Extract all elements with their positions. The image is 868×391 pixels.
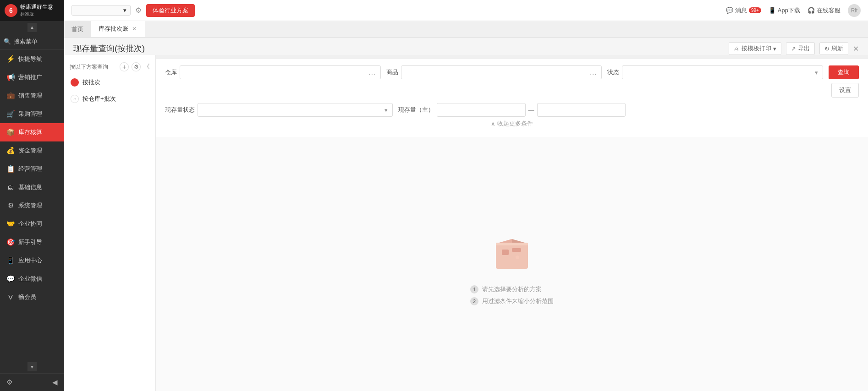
tip-number-2: 2 xyxy=(470,297,478,305)
quick-nav-icon: ⚡ xyxy=(6,55,15,63)
scheme-item-by-batch[interactable]: ⊙ 按批次 xyxy=(64,74,155,91)
inventory-qty-field: 现存量（主） — xyxy=(398,103,626,117)
product-dots[interactable]: … xyxy=(589,68,597,76)
inventory-qty-dash: — xyxy=(528,107,534,114)
scheme-header-title: 按以下方案查询 xyxy=(70,63,108,71)
topbar-right: 💬 消息 99+ 📱 App下载 🎧 在线客服 Rit xyxy=(726,4,861,17)
svg-rect-0 xyxy=(496,244,528,269)
user-avatar-button[interactable]: Rit xyxy=(848,4,861,17)
inventory-qty-label: 现存量（主） xyxy=(398,106,434,114)
export-icon: ↗ xyxy=(791,45,796,52)
svg-point-4 xyxy=(516,255,519,259)
product-input[interactable]: … xyxy=(401,65,602,79)
page-title: 现存量查询(按批次) xyxy=(73,43,145,54)
sidebar-item-enterprise[interactable]: 🤝 企业协同 xyxy=(0,215,64,233)
scheme-collapse-button[interactable]: 《 xyxy=(143,63,150,71)
sidebar-item-marketing[interactable]: 📢 营销推广 xyxy=(0,68,64,87)
online-service-button[interactable]: 🎧 在线客服 xyxy=(808,6,841,15)
scheme-add-button[interactable]: + xyxy=(120,62,129,71)
sidebar-nav: ⚡ 快捷导航 📢 营销推广 💼 销售管理 🛒 采购管理 📦 库存核算 💰 xyxy=(0,50,64,360)
inventory-status-label: 现存量状态 xyxy=(165,106,195,114)
industry-solution-button[interactable]: 体验行业方案 xyxy=(146,4,195,17)
sidebar-scroll-up[interactable]: ▲ xyxy=(0,21,64,34)
scheme-active-icon: ⊙ xyxy=(71,78,79,87)
empty-tip-1: 1 请先选择要分析的方案 xyxy=(470,285,554,293)
sidebar-item-label: 营销推广 xyxy=(18,73,42,81)
enterprise-icon: 🤝 xyxy=(6,220,15,228)
sidebar-item-vip[interactable]: V 畅会员 xyxy=(0,288,64,306)
topbar-gear-icon[interactable]: ⚙ xyxy=(135,6,142,15)
export-button[interactable]: ↗ 导出 xyxy=(786,42,815,55)
warehouse-dots[interactable]: … xyxy=(368,68,376,76)
sidebar-item-label: 资金管理 xyxy=(18,147,42,155)
tip-text-2: 用过滤条件来缩小分析范围 xyxy=(482,297,554,305)
sidebar-item-quick-nav[interactable]: ⚡ 快捷导航 xyxy=(0,50,64,68)
settings-icon[interactable]: ⚙ xyxy=(6,378,12,386)
status-dropdown[interactable]: ▾ xyxy=(622,65,823,79)
tab-close-icon[interactable]: ✕ xyxy=(131,25,137,33)
company-name: 畅康通好生意 xyxy=(20,4,53,11)
phone-icon: 📱 xyxy=(769,7,776,14)
sidebar-item-label: 企业协同 xyxy=(18,220,42,228)
system-icon: ⚙ xyxy=(6,201,15,210)
inventory-qty-from-input[interactable] xyxy=(437,103,526,117)
empty-svg-illustration xyxy=(484,223,539,278)
page-header-actions: 🖨 按模板打印 ▾ ↗ 导出 ↻ 刷新 ✕ xyxy=(729,42,859,55)
inventory-qty-to-input[interactable] xyxy=(537,103,626,117)
vip-icon: V xyxy=(6,293,15,301)
page-close-button[interactable]: ✕ xyxy=(853,44,859,53)
query-button[interactable]: 查询 xyxy=(829,65,859,79)
status-label: 状态 xyxy=(607,68,619,76)
purchase-icon: 🛒 xyxy=(6,110,15,118)
messages-button[interactable]: 💬 消息 99+ xyxy=(726,6,761,15)
collapse-sidebar-icon[interactable]: ◀ xyxy=(52,378,58,386)
tab-home[interactable]: 首页 xyxy=(64,21,91,37)
inventory-status-dropdown[interactable]: ▾ xyxy=(198,103,393,117)
print-button[interactable]: 🖨 按模板打印 ▾ xyxy=(729,42,781,55)
online-service-label: 在线客服 xyxy=(817,6,841,15)
sidebar-item-app-center[interactable]: 📱 应用中心 xyxy=(0,251,64,270)
page-header: 现存量查询(按批次) 🖨 按模板打印 ▾ ↗ 导出 ↻ 刷新 xyxy=(64,38,868,55)
print-label: 按模板打印 xyxy=(742,44,771,53)
avatar: Rit xyxy=(848,4,861,17)
sidebar-item-basics[interactable]: 🗂 基础信息 xyxy=(0,178,64,196)
messages-badge: 99+ xyxy=(749,7,761,13)
app-download-button[interactable]: 📱 App下载 xyxy=(769,6,800,15)
sidebar-item-enterprise-wechat[interactable]: 💬 企业微信 xyxy=(0,270,64,288)
right-area: 仓库 … 商品 … xyxy=(156,55,868,391)
refresh-label: 刷新 xyxy=(831,44,843,53)
warehouse-input[interactable]: … xyxy=(180,65,381,79)
edition-label: 标准版 xyxy=(20,11,53,17)
scheme-item-by-warehouse-batch[interactable]: ○ 按仓库+批次 xyxy=(64,91,155,107)
empty-tips: 1 请先选择要分析的方案 2 用过滤条件来缩小分析范围 xyxy=(470,285,554,305)
main-area: 按以下方案查询 + ⚙ 《 ⊙ 按批次 ○ 按仓库+批次 xyxy=(64,55,868,391)
scheme-settings-button[interactable]: ⚙ xyxy=(132,62,141,71)
topbar-search-input[interactable] xyxy=(76,7,121,14)
topbar-search-box[interactable]: ▾ xyxy=(71,5,131,16)
inventory-status-field: 现存量状态 ▾ xyxy=(165,103,393,117)
headset-icon: 🎧 xyxy=(808,7,815,14)
collapse-conditions-button[interactable]: ∧ 收起更多条件 xyxy=(165,117,859,130)
app-center-icon: 📱 xyxy=(6,256,15,265)
empty-illustration xyxy=(484,223,539,278)
sidebar-item-finance[interactable]: 💰 资金管理 xyxy=(0,141,64,160)
sidebar-item-operations[interactable]: 📋 经营管理 xyxy=(0,160,64,178)
sidebar-item-newbie[interactable]: 🎯 新手引导 xyxy=(0,233,64,251)
operations-icon: 📋 xyxy=(6,165,15,173)
status-field: 状态 ▾ xyxy=(607,65,823,79)
filter-settings-button[interactable]: 设置 xyxy=(831,83,859,98)
sidebar-item-purchase[interactable]: 🛒 采购管理 xyxy=(0,105,64,123)
sidebar-item-system[interactable]: ⚙ 系统管理 xyxy=(0,196,64,215)
refresh-button[interactable]: ↻ 刷新 xyxy=(819,42,848,55)
tab-inventory-batch[interactable]: 库存批次账 ✕ xyxy=(91,21,145,37)
export-label: 导出 xyxy=(798,44,810,53)
sidebar-item-sales[interactable]: 💼 销售管理 xyxy=(0,87,64,105)
sidebar-search[interactable]: 🔍 搜索菜单 xyxy=(0,34,64,50)
topbar: ▾ ⚙ 体验行业方案 💬 消息 99+ 📱 App下载 🎧 在线客服 xyxy=(64,0,868,21)
filter-row-1: 仓库 … 商品 … xyxy=(165,65,859,98)
svg-rect-1 xyxy=(496,243,528,245)
sidebar-scroll-down[interactable]: ▼ xyxy=(0,360,64,373)
product-label: 商品 xyxy=(386,68,398,76)
sidebar-item-inventory[interactable]: 📦 库存核算 xyxy=(0,123,64,141)
scheme-by-warehouse-batch-label: 按仓库+批次 xyxy=(82,95,116,103)
